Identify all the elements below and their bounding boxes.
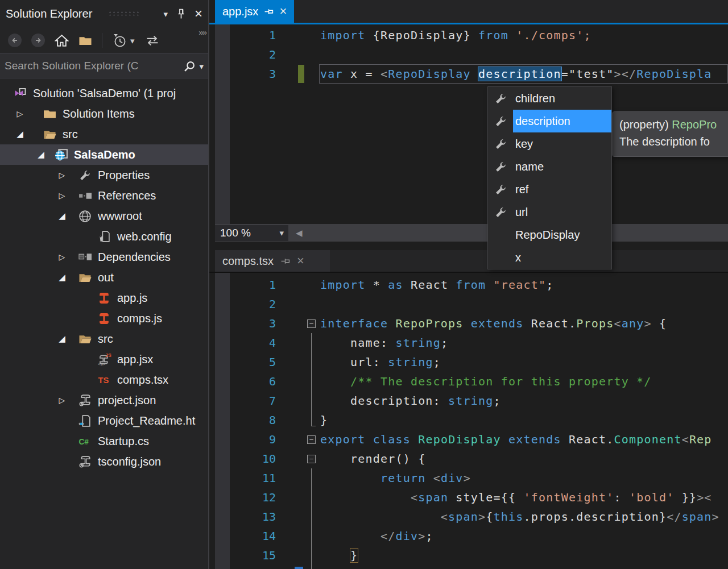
expander-closed-icon[interactable]: ▷ xyxy=(11,109,28,118)
tree-item-out[interactable]: ◢out xyxy=(0,267,208,288)
collapse-all-folder-icon[interactable] xyxy=(78,35,92,46)
tree-item-solution-items[interactable]: ▷Solution Items xyxy=(0,103,208,124)
filter-caret-icon[interactable]: ▾ xyxy=(130,36,135,45)
pending-changes-filter-icon[interactable]: ▾ xyxy=(112,34,135,48)
code-line-11[interactable]: 11 return <div> xyxy=(209,468,728,488)
scroll-left-icon[interactable]: ◀ xyxy=(296,228,303,238)
code-line-16[interactable]: 16} xyxy=(209,565,728,569)
editor-bottom-strip: 100 % ▾ ◀ xyxy=(209,224,728,242)
search-input[interactable] xyxy=(0,59,184,73)
expander-open-icon[interactable]: ◢ xyxy=(53,211,71,221)
intellisense-item-children[interactable]: children xyxy=(488,87,611,110)
tab-app-jsx[interactable]: app.jsx × xyxy=(215,0,294,23)
code-line-3[interactable]: 3var x = <RepoDisplay description="test"… xyxy=(209,64,728,84)
back-icon[interactable] xyxy=(8,34,22,47)
window-menu-caret-icon[interactable]: ▾ xyxy=(163,10,168,18)
outline-guide xyxy=(306,526,317,546)
tooltip-description: The description fo xyxy=(619,133,728,150)
html-file-icon xyxy=(77,414,93,427)
tree-item-comps-tsx[interactable]: TScomps.tsx xyxy=(0,369,208,390)
tree-item-references[interactable]: ▷References xyxy=(0,185,208,206)
intellisense-item-label: description xyxy=(513,110,611,132)
pane-splitter[interactable] xyxy=(209,242,728,250)
tree-item-salsademo[interactable]: ◢SalsaDemo xyxy=(0,144,208,165)
close-icon[interactable]: × xyxy=(279,6,287,17)
code-line-9[interactable]: 9–export class RepoDisplay extends React… xyxy=(209,430,728,449)
expander-closed-icon[interactable]: ▷ xyxy=(53,191,71,200)
code-line-1[interactable]: 1import * as React from "react"; xyxy=(209,275,728,294)
pin-icon[interactable] xyxy=(264,8,274,15)
outline-guide xyxy=(306,546,317,565)
line-number: 9 xyxy=(209,430,276,449)
tree-item-properties[interactable]: ▷Properties xyxy=(0,165,208,185)
tree-item-comps-js[interactable]: comps.js xyxy=(0,308,208,329)
expander-closed-icon[interactable]: ▷ xyxy=(53,396,71,405)
tree-item-dependencies[interactable]: ▷Dependencies xyxy=(0,247,208,267)
code-line-12[interactable]: 12 <span style={{ 'fontWeight': 'bold' }… xyxy=(209,488,728,507)
forward-icon[interactable] xyxy=(31,34,45,47)
code-line-5[interactable]: 5 url: string; xyxy=(209,352,728,372)
collapse-box-icon[interactable]: – xyxy=(306,430,317,449)
drag-grip[interactable] xyxy=(108,11,139,16)
intellisense-item-label: ref xyxy=(513,178,611,201)
intellisense-item-description[interactable]: description xyxy=(488,110,611,132)
tree-item-label: SalsaDemo xyxy=(74,148,135,161)
code-line-1[interactable]: 1import {RepoDisplay} from './comps'; xyxy=(209,26,728,45)
svg-text:C#: C# xyxy=(78,437,89,446)
editor-comps-tsx[interactable]: 1import * as React from "react";23–inter… xyxy=(209,273,728,569)
tree-item-src[interactable]: ◢src xyxy=(0,124,208,144)
tooltip-signature: (property) RepoPro xyxy=(619,116,728,133)
code-line-8[interactable]: 8} xyxy=(209,410,728,430)
search-options-caret-icon[interactable]: ▾ xyxy=(199,62,204,70)
code-text: /** The description for this property */ xyxy=(320,372,652,391)
intellisense-item-ref[interactable]: ref xyxy=(488,178,611,201)
tree-item-project-readme-ht[interactable]: Project_Readme.ht xyxy=(0,410,208,431)
expander-open-icon[interactable]: ◢ xyxy=(53,272,71,283)
code-line-14[interactable]: 14 </div>; xyxy=(209,526,728,546)
search-icon[interactable] xyxy=(184,60,196,72)
tree-item-solution-salsademo-1-proj[interactable]: Solution 'SalsaDemo' (1 proj xyxy=(0,83,208,103)
intellisense-item-x[interactable]: x xyxy=(488,246,611,269)
tree-item-tsconfig-json[interactable]: tsconfig.json xyxy=(0,451,208,472)
code-line-6[interactable]: 6 /** The description for this property … xyxy=(209,372,728,391)
intellisense-item-key[interactable]: key xyxy=(488,132,611,155)
tree-item-app-js[interactable]: app.js xyxy=(0,288,208,308)
code-line-3[interactable]: 3–interface RepoProps extends React.Prop… xyxy=(209,314,728,333)
text-cursor xyxy=(295,567,303,569)
intellisense-item-name[interactable]: name xyxy=(488,155,611,178)
code-line-2[interactable]: 2 xyxy=(209,45,728,64)
expander-open-icon[interactable]: ◢ xyxy=(32,149,49,160)
tree-item-web-config[interactable]: web.config xyxy=(0,226,208,247)
intellisense-item-label: key xyxy=(513,132,611,155)
code-line-13[interactable]: 13 <span>{this.props.description}</span> xyxy=(209,507,728,526)
code-text: <span>{this.props.description}</span> xyxy=(320,507,719,526)
close-icon[interactable]: × xyxy=(297,255,304,267)
tree-item-src[interactable]: ◢src xyxy=(0,329,208,349)
collapse-box-icon[interactable]: – xyxy=(306,449,317,468)
code-line-10[interactable]: 10– render() { xyxy=(209,449,728,468)
pin-icon[interactable] xyxy=(280,257,290,265)
folder-icon xyxy=(42,107,57,121)
code-line-4[interactable]: 4 name: string; xyxy=(209,333,728,352)
tree-item-app-jsx[interactable]: JS<ə>app.jsx xyxy=(0,349,208,369)
tree-item-project-json[interactable]: ▷project.json xyxy=(0,390,208,410)
intellisense-item-repodisplay[interactable]: RepoDisplay xyxy=(488,223,611,246)
home-icon[interactable] xyxy=(55,34,69,47)
collapse-box-icon[interactable]: – xyxy=(306,314,317,333)
expander-open-icon[interactable]: ◢ xyxy=(11,129,28,139)
pin-icon[interactable] xyxy=(177,9,185,19)
sync-with-active-document-icon[interactable] xyxy=(144,35,160,47)
toolbar-overflow-icon[interactable]: »» xyxy=(198,27,206,37)
tree-item-wwwroot[interactable]: ◢wwwroot xyxy=(0,206,208,226)
code-line-15[interactable]: 15 } xyxy=(209,546,728,565)
close-icon[interactable]: × xyxy=(195,8,202,19)
expander-closed-icon[interactable]: ▷ xyxy=(53,171,71,180)
zoom-select[interactable]: 100 % ▾ xyxy=(215,225,288,241)
code-line-7[interactable]: 7 description: string; xyxy=(209,391,728,410)
code-line-2[interactable]: 2 xyxy=(209,294,728,314)
expander-open-icon[interactable]: ◢ xyxy=(53,334,71,344)
tree-item-startup-cs[interactable]: C#Startup.cs xyxy=(0,431,208,451)
intellisense-item-url[interactable]: url xyxy=(488,201,611,223)
tab-comps-tsx[interactable]: comps.tsx × xyxy=(215,250,330,272)
expander-closed-icon[interactable]: ▷ xyxy=(53,252,71,261)
